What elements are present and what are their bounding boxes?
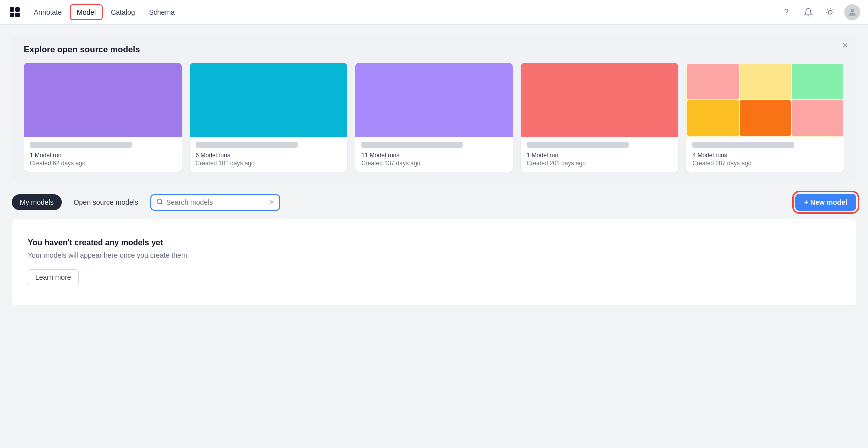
learn-more-button[interactable]: Learn more [28, 269, 79, 285]
card2-thumbnail [190, 63, 348, 137]
svg-rect-3 [15, 13, 20, 17]
card4-date: Created 201 days ago [527, 160, 673, 167]
explore-card-5[interactable]: 4 Model runs Created 287 days ago [686, 63, 844, 172]
explore-card-3[interactable]: 11 Model runs Created 137 days ago [355, 63, 513, 172]
svg-point-13 [851, 9, 854, 12]
empty-state: You haven't created any models yet Your … [12, 219, 856, 305]
svg-line-12 [833, 9, 833, 10]
close-banner-button[interactable]: ✕ [842, 42, 848, 50]
card4-name [527, 142, 629, 148]
tab-open-source[interactable]: Open source models [66, 194, 146, 210]
tabs-row: My models Open source models ✕ + New mod… [12, 194, 856, 211]
card4-thumbnail [521, 63, 679, 137]
card1-thumbnail [24, 63, 182, 137]
nav-schema[interactable]: Schema [143, 5, 180, 19]
svg-point-4 [828, 10, 832, 14]
navbar: Annotate Model Catalog Schema ? [0, 0, 868, 25]
svg-rect-2 [10, 13, 14, 17]
nav-annotate[interactable]: Annotate [28, 5, 68, 19]
card5-date: Created 287 days ago [692, 160, 838, 167]
card5-thumbnail [686, 63, 844, 137]
card3-date: Created 137 days ago [361, 160, 507, 167]
model-cards-list: 1 Model run Created 62 days ago 6 Model … [24, 63, 844, 172]
app-logo[interactable] [8, 5, 22, 19]
svg-line-15 [161, 203, 163, 204]
svg-line-11 [827, 14, 828, 15]
svg-point-14 [157, 199, 162, 203]
tab-my-models[interactable]: My models [12, 194, 62, 210]
empty-state-description: Your models will appear here once you cr… [28, 251, 840, 259]
svg-line-8 [833, 14, 833, 15]
user-avatar[interactable] [844, 4, 860, 20]
explore-card-4[interactable]: 1 Model run Created 201 days ago [521, 63, 679, 172]
card5-runs: 4 Model runs [692, 152, 838, 159]
card2-date: Created 101 days ago [196, 160, 342, 167]
card3-runs: 11 Model runs [361, 152, 507, 159]
svg-rect-0 [10, 7, 14, 12]
card3-thumbnail [355, 63, 513, 137]
new-model-button[interactable]: + New model [795, 194, 856, 211]
notifications-icon[interactable] [800, 4, 816, 20]
svg-rect-1 [15, 7, 20, 12]
explore-title: Explore open source models [24, 45, 844, 55]
empty-state-title: You haven't created any models yet [28, 238, 840, 247]
search-icon [156, 198, 163, 207]
search-clear-icon[interactable]: ✕ [269, 199, 274, 206]
nav-right-section: ? [778, 4, 860, 20]
nav-catalog[interactable]: Catalog [105, 5, 141, 19]
card2-name [196, 142, 298, 148]
card1-name [30, 142, 132, 148]
explore-banner: Explore open source models ✕ 1 Model run… [12, 35, 856, 182]
card1-runs: 1 Model run [30, 152, 176, 159]
svg-line-7 [827, 9, 828, 10]
main-content: Explore open source models ✕ 1 Model run… [0, 25, 868, 315]
card4-runs: 1 Model run [527, 152, 673, 159]
nav-model[interactable]: Model [70, 4, 103, 20]
explore-card-2[interactable]: 6 Model runs Created 101 days ago [190, 63, 348, 172]
card1-date: Created 62 days ago [30, 160, 176, 167]
explore-card-1[interactable]: 1 Model run Created 62 days ago [24, 63, 182, 172]
card3-name [361, 142, 463, 148]
card2-runs: 6 Model runs [196, 152, 342, 159]
search-input[interactable] [166, 198, 266, 206]
theme-icon[interactable] [822, 4, 838, 20]
search-box: ✕ [150, 194, 280, 211]
help-icon[interactable]: ? [778, 4, 794, 20]
card5-name [692, 142, 794, 148]
